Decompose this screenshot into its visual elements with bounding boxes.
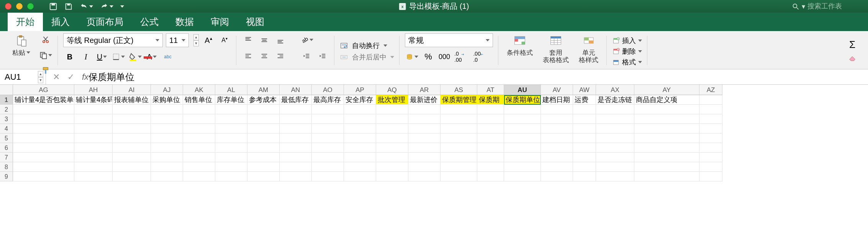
cell-AG7[interactable] bbox=[13, 153, 74, 162]
cell-AV8[interactable] bbox=[541, 162, 573, 172]
cell-AZ6[interactable] bbox=[699, 143, 722, 153]
font-name-combo[interactable]: 等线 Regular (正文) bbox=[63, 33, 163, 47]
cell-AU4[interactable] bbox=[504, 124, 541, 133]
row-header-3[interactable]: 3 bbox=[0, 114, 13, 124]
cell-AI1[interactable]: 报表辅单位 bbox=[113, 95, 151, 105]
align-left-button[interactable] bbox=[242, 49, 255, 63]
search-sheet[interactable]: ▾ bbox=[792, 2, 861, 11]
cell-AZ7[interactable] bbox=[699, 153, 722, 162]
cell-AV2[interactable] bbox=[541, 105, 573, 114]
cell-AM9[interactable] bbox=[247, 172, 280, 181]
cell-AG4[interactable] bbox=[13, 124, 74, 133]
cell-AN2[interactable] bbox=[280, 105, 312, 114]
cell-AP2[interactable] bbox=[344, 105, 376, 114]
delete-cells-button[interactable]: ×删除 bbox=[612, 46, 642, 57]
font-size-combo[interactable]: 11 bbox=[166, 33, 189, 47]
cell-AW6[interactable] bbox=[573, 143, 596, 153]
cell-AK3[interactable] bbox=[183, 114, 215, 124]
align-center-button[interactable] bbox=[258, 49, 271, 63]
column-header-AV[interactable]: AV bbox=[541, 85, 573, 95]
formula-input[interactable] bbox=[88, 72, 868, 82]
cell-AP4[interactable] bbox=[344, 124, 376, 133]
cell-AU1[interactable]: 保质期单位 bbox=[504, 95, 541, 105]
cell-AY5[interactable] bbox=[634, 133, 699, 143]
cut-button[interactable] bbox=[39, 33, 52, 46]
cell-AG6[interactable] bbox=[13, 143, 74, 153]
cell-AJ7[interactable] bbox=[151, 153, 183, 162]
cell-AR1[interactable]: 最新进价 bbox=[408, 95, 441, 105]
cell-AG3[interactable] bbox=[13, 114, 74, 124]
cell-AK1[interactable]: 销售单位 bbox=[183, 95, 215, 105]
cell-AK8[interactable] bbox=[183, 162, 215, 172]
cell-AL1[interactable]: 库存单位 bbox=[215, 95, 247, 105]
zoom-window-button[interactable] bbox=[27, 3, 34, 10]
cell-AY2[interactable] bbox=[634, 105, 699, 114]
cell-AQ8[interactable] bbox=[376, 162, 408, 172]
cell-AX6[interactable] bbox=[596, 143, 634, 153]
cell-AP1[interactable]: 安全库存 bbox=[344, 95, 376, 105]
cell-AY6[interactable] bbox=[634, 143, 699, 153]
cell-AH3[interactable] bbox=[74, 114, 113, 124]
cell-AP7[interactable] bbox=[344, 153, 376, 162]
column-header-AH[interactable]: AH bbox=[74, 85, 113, 95]
cell-AJ5[interactable] bbox=[151, 133, 183, 143]
cell-AL5[interactable] bbox=[215, 133, 247, 143]
wrap-text-button[interactable]: 自动换行 bbox=[340, 40, 394, 51]
cell-AG5[interactable] bbox=[13, 133, 74, 143]
tab-home[interactable]: 开始 bbox=[8, 12, 43, 31]
align-right-button[interactable] bbox=[274, 49, 287, 63]
cell-AJ2[interactable] bbox=[151, 105, 183, 114]
cell-AN3[interactable] bbox=[280, 114, 312, 124]
column-header-AM[interactable]: AM bbox=[247, 85, 280, 95]
column-header-AX[interactable]: AX bbox=[596, 85, 634, 95]
cell-AP5[interactable] bbox=[344, 133, 376, 143]
format-painter-button[interactable] bbox=[39, 64, 52, 77]
cell-AT7[interactable] bbox=[477, 153, 504, 162]
cell-AZ8[interactable] bbox=[699, 162, 722, 172]
cell-AI6[interactable] bbox=[113, 143, 151, 153]
tab-formulas[interactable]: 公式 bbox=[132, 12, 167, 31]
cell-AU6[interactable] bbox=[504, 143, 541, 153]
column-header-AY[interactable]: AY bbox=[634, 85, 699, 95]
row-header-6[interactable]: 6 bbox=[0, 143, 13, 153]
cell-AV5[interactable] bbox=[541, 133, 573, 143]
cell-AO1[interactable]: 最高库存 bbox=[312, 95, 344, 105]
column-header-AQ[interactable]: AQ bbox=[376, 85, 408, 95]
close-window-button[interactable] bbox=[5, 3, 11, 10]
decrease-indent-button[interactable] bbox=[300, 49, 313, 63]
cell-AG9[interactable] bbox=[13, 172, 74, 181]
cell-AT8[interactable] bbox=[477, 162, 504, 172]
cell-AX3[interactable] bbox=[596, 114, 634, 124]
italic-button[interactable]: I bbox=[79, 50, 92, 63]
cell-AN1[interactable]: 最低库存 bbox=[280, 95, 312, 105]
cell-AL3[interactable] bbox=[215, 114, 247, 124]
cell-AH4[interactable] bbox=[74, 124, 113, 133]
cell-AZ3[interactable] bbox=[699, 114, 722, 124]
cell-AO6[interactable] bbox=[312, 143, 344, 153]
column-header-AP[interactable]: AP bbox=[344, 85, 376, 95]
redo-button[interactable] bbox=[100, 2, 113, 11]
cell-AW3[interactable] bbox=[573, 114, 596, 124]
cell-AO4[interactable] bbox=[312, 124, 344, 133]
cell-AI4[interactable] bbox=[113, 124, 151, 133]
cell-AH2[interactable] bbox=[74, 105, 113, 114]
align-middle-button[interactable] bbox=[258, 33, 271, 46]
cell-AY1[interactable]: 商品自定义项 bbox=[634, 95, 699, 105]
cell-AS9[interactable] bbox=[441, 172, 477, 181]
cell-AX9[interactable] bbox=[596, 172, 634, 181]
cell-AV9[interactable] bbox=[541, 172, 573, 181]
underline-button[interactable]: U bbox=[95, 50, 108, 63]
cell-AS1[interactable]: 保质期管理 bbox=[441, 95, 477, 105]
cell-AU3[interactable] bbox=[504, 114, 541, 124]
undo-button[interactable] bbox=[80, 2, 93, 11]
cell-AI8[interactable] bbox=[113, 162, 151, 172]
cell-AQ5[interactable] bbox=[376, 133, 408, 143]
cell-AS2[interactable] bbox=[441, 105, 477, 114]
cell-AL8[interactable] bbox=[215, 162, 247, 172]
autosave-icon[interactable] bbox=[49, 2, 57, 11]
cell-AO3[interactable] bbox=[312, 114, 344, 124]
format-cells-button[interactable]: 格式 bbox=[612, 57, 642, 67]
cell-AP9[interactable] bbox=[344, 172, 376, 181]
cell-AV3[interactable] bbox=[541, 114, 573, 124]
cell-AT5[interactable] bbox=[477, 133, 504, 143]
